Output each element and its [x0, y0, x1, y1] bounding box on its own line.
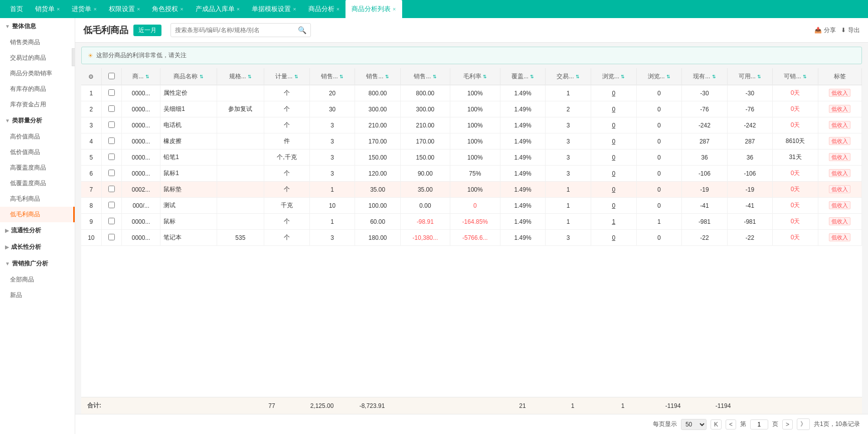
row-checkbox-2[interactable] [108, 121, 115, 128]
row-checkbox-5[interactable] [108, 170, 115, 176]
sidebar-item-high-margin[interactable]: 高毛利商品 [0, 191, 75, 207]
cell-checkbox[interactable] [101, 182, 121, 198]
nav-sales-order[interactable]: 销货单 × [29, 0, 66, 18]
cell-checkbox[interactable] [101, 85, 121, 101]
cell-view1[interactable]: 0 [591, 166, 636, 182]
nav-close-product-warehousing[interactable]: × [237, 6, 240, 12]
sidebar-item-new-products[interactable]: 新品 [0, 287, 75, 303]
row-checkbox-0[interactable] [108, 89, 115, 96]
nav-close-purchase-order[interactable]: × [93, 6, 96, 12]
cell-view1[interactable]: 1 [591, 214, 636, 230]
page-size-select[interactable]: 50 100 200 [681, 419, 707, 430]
nav-permission-settings[interactable]: 权限设置 × [103, 0, 146, 18]
cell-view1[interactable]: 0 [591, 101, 636, 117]
cell-view1[interactable]: 0 [591, 150, 636, 166]
cell-current-stock: -981 [682, 214, 728, 230]
cell-view1[interactable]: 0 [591, 117, 636, 133]
sidebar-item-sales-products[interactable]: 销售类商品 [0, 35, 75, 50]
sidebar-section-circulation[interactable]: ▶ 流通性分析 [0, 222, 75, 239]
prev-page-button[interactable]: < [726, 419, 736, 429]
cell-checkbox[interactable] [101, 230, 121, 246]
col-sales-qty[interactable]: 销售... ⇅ [309, 68, 355, 85]
col-sales-amount[interactable]: 销售... ⇅ [355, 68, 401, 85]
sidebar-section-overall-info[interactable]: ▼ 整体信息 [0, 18, 75, 35]
cell-view1[interactable]: 0 [591, 85, 636, 101]
search-icon[interactable]: 🔍 [294, 26, 310, 34]
sidebar-item-category-sales-rate[interactable]: 商品分类助销率 [0, 66, 75, 81]
data-table-container[interactable]: ⚙ 商... ⇅ 商品名称 ⇅ 规格... ⇅ 计量... ⇅ 销售... ⇅ … [81, 68, 862, 397]
nav-product-warehousing[interactable]: 产成品入库单 × [190, 0, 246, 18]
sidebar-item-in-stock-products[interactable]: 有库存的商品 [0, 81, 75, 97]
col-sellable[interactable]: 可销... ⇅ [773, 68, 818, 85]
sidebar-section-cluster-analysis[interactable]: ▼ 类群量分析 [0, 112, 75, 129]
row-checkbox-6[interactable] [108, 186, 115, 192]
sidebar-item-low-margin[interactable]: 低毛利商品 [0, 207, 75, 222]
cell-checkbox[interactable] [101, 101, 121, 117]
col-code[interactable]: 商... ⇅ [122, 68, 160, 85]
nav-close-role-auth[interactable]: × [180, 6, 183, 12]
nav-home[interactable]: 首页 [4, 0, 29, 18]
sort-icon-sales-amount: ⇅ [385, 74, 389, 79]
cell-checkbox[interactable] [101, 133, 121, 150]
col-spec[interactable]: 规格... ⇅ [217, 68, 264, 85]
row-checkbox-4[interactable] [108, 154, 115, 160]
col-name[interactable]: 商品名称 ⇅ [160, 68, 217, 85]
col-unit[interactable]: 计量... ⇅ [264, 68, 310, 85]
sidebar-section-marketing[interactable]: ▼ 营销推广分析 [0, 255, 75, 272]
sidebar-item-inventory-capital[interactable]: 库存资金占用 [0, 97, 75, 112]
sidebar-collapse-button[interactable]: 《 [72, 48, 75, 66]
sidebar-item-high-value[interactable]: 高价值商品 [0, 129, 75, 144]
cell-view1[interactable]: 0 [591, 230, 636, 246]
nav-role-auth[interactable]: 角色授权 × [146, 0, 189, 18]
cell-checkbox[interactable] [101, 166, 121, 182]
col-transaction[interactable]: 交易... ⇅ [546, 68, 591, 85]
col-gross-margin[interactable]: 毛利率 ⇅ [450, 68, 500, 85]
row-checkbox-1[interactable] [108, 105, 115, 112]
col-view2[interactable]: 浏览... ⇅ [636, 68, 682, 85]
nav-product-analysis[interactable]: 商品分析 × [302, 0, 345, 18]
nav-close-template[interactable]: × [293, 6, 296, 12]
cell-checkbox[interactable] [101, 198, 121, 214]
cell-view1[interactable]: 0 [591, 198, 636, 214]
last-page-button[interactable]: 》 [797, 418, 810, 430]
nav-product-analysis-list[interactable]: 商品分析列表 × [345, 0, 402, 18]
share-button[interactable]: 📤 分享 [814, 26, 836, 35]
export-button[interactable]: ⬇ 导出 [841, 26, 860, 35]
page-size-label: 每页显示 [653, 420, 677, 428]
select-all-checkbox[interactable] [108, 73, 115, 79]
col-current-stock[interactable]: 现有... ⇅ [682, 68, 728, 85]
sidebar-item-high-coverage[interactable]: 高覆盖度商品 [0, 160, 75, 176]
time-filter-button[interactable]: 近一月 [133, 25, 161, 36]
col-checkbox[interactable] [101, 68, 121, 85]
cell-name: 铅笔1 [160, 150, 217, 166]
page-number-input[interactable] [750, 419, 768, 429]
nav-close-product-analysis[interactable]: × [336, 6, 339, 12]
col-coverage[interactable]: 覆盖... ⇅ [500, 68, 546, 85]
cell-view1[interactable]: 0 [591, 182, 636, 198]
col-available[interactable]: 可用... ⇅ [727, 68, 773, 85]
row-checkbox-7[interactable] [108, 202, 115, 208]
cell-checkbox[interactable] [101, 150, 121, 166]
nav-close-permission[interactable]: × [137, 6, 140, 12]
cell-checkbox[interactable] [101, 117, 121, 133]
col-view1[interactable]: 浏览... ⇅ [591, 68, 636, 85]
sidebar-item-traded-products[interactable]: 交易过的商品 [0, 50, 75, 66]
first-page-button[interactable]: K [711, 419, 722, 429]
nav-close-product-analysis-list[interactable]: × [393, 6, 396, 12]
search-input[interactable] [171, 27, 294, 34]
sidebar-item-all-products[interactable]: 全部商品 [0, 272, 75, 287]
row-checkbox-3[interactable] [108, 137, 115, 144]
cell-checkbox[interactable] [101, 214, 121, 230]
col-settings[interactable]: ⚙ [81, 68, 101, 85]
nav-close-sales-order[interactable]: × [57, 6, 60, 12]
row-checkbox-8[interactable] [108, 218, 115, 224]
nav-template-settings[interactable]: 单据模板设置 × [246, 0, 302, 18]
nav-purchase-order[interactable]: 进货单 × [66, 0, 102, 18]
sidebar-section-growth[interactable]: ▶ 成长性分析 [0, 239, 75, 255]
cell-view1[interactable]: 0 [591, 133, 636, 150]
sidebar-item-low-coverage[interactable]: 低覆盖度商品 [0, 176, 75, 191]
row-checkbox-9[interactable] [108, 234, 115, 240]
sidebar-item-low-value[interactable]: 低价值商品 [0, 144, 75, 160]
next-page-button[interactable]: > [782, 419, 793, 429]
col-sales-profit[interactable]: 销售... ⇅ [400, 68, 450, 85]
